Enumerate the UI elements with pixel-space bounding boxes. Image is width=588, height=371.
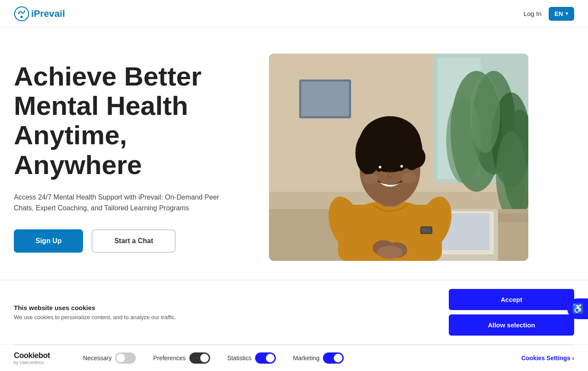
- cta-buttons: Sign Up Start a Chat: [14, 229, 252, 253]
- cookie-top: This website uses cookies We use cookies…: [0, 280, 588, 287]
- header-right: Log In EN ▾: [524, 7, 574, 21]
- signup-button[interactable]: Sign Up: [14, 229, 83, 253]
- svg-point-14: [496, 131, 526, 218]
- svg-point-35: [400, 165, 403, 168]
- right-section: [269, 54, 528, 261]
- hero-subtitle: Access 24/7 Mental Health Support with i…: [14, 192, 221, 214]
- logo-icon: [14, 6, 29, 22]
- header: iPrevail Log In EN ▾: [0, 0, 588, 28]
- hero-title: Achieve Better Mental Health Anytime, An…: [14, 62, 252, 180]
- svg-point-26: [377, 246, 403, 259]
- svg-rect-5: [301, 82, 349, 116]
- svg-point-34: [379, 166, 381, 168]
- login-button[interactable]: Log In: [524, 10, 542, 17]
- start-chat-button[interactable]: Start a Chat: [92, 229, 176, 253]
- chevron-down-icon: ▾: [566, 11, 568, 16]
- hero-image-svg: [269, 54, 528, 261]
- svg-point-0: [15, 6, 29, 20]
- svg-point-37: [402, 173, 417, 183]
- cookie-banner: This website uses cookies We use cookies…: [0, 280, 588, 287]
- svg-point-1: [20, 16, 22, 18]
- svg-point-12: [470, 75, 500, 153]
- left-section: Achieve Better Mental Health Anytime, An…: [14, 62, 252, 253]
- main-content: Achieve Better Mental Health Anytime, An…: [0, 28, 588, 287]
- hero-image: [269, 54, 528, 261]
- svg-point-36: [363, 174, 378, 184]
- svg-point-38: [406, 146, 425, 168]
- logo[interactable]: iPrevail: [14, 6, 65, 22]
- svg-rect-40: [422, 228, 431, 233]
- logo-text: iPrevail: [31, 8, 65, 19]
- language-selector[interactable]: EN ▾: [549, 7, 574, 21]
